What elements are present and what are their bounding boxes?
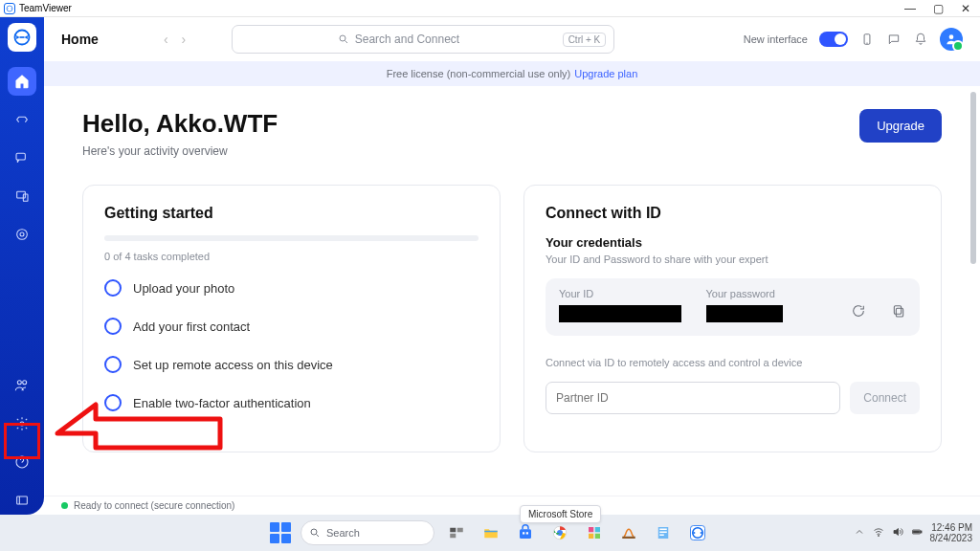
upgrade-button[interactable]: Upgrade xyxy=(859,109,942,143)
device-icon[interactable] xyxy=(859,32,875,47)
nav-back-button[interactable]: ‹ xyxy=(164,32,168,47)
svg-rect-3 xyxy=(16,153,25,160)
credentials-desc: Your ID and Password to share with your … xyxy=(546,253,920,265)
your-password-label: Your password xyxy=(706,288,842,299)
svg-rect-17 xyxy=(894,306,901,315)
connect-card: Connect with ID Your credentials Your ID… xyxy=(523,185,942,452)
sidebar-item-settings[interactable] xyxy=(8,409,36,438)
search-input[interactable]: Search and Connect Ctrl + K xyxy=(232,25,614,54)
search-shortcut-badge: Ctrl + K xyxy=(563,33,607,47)
microsoft-store-tooltip: Microsoft Store xyxy=(520,505,601,523)
license-text: Free license (non-commercial use only) xyxy=(387,68,571,79)
svg-point-6 xyxy=(17,230,28,240)
tray-wifi-icon[interactable] xyxy=(873,526,884,540)
svg-rect-2 xyxy=(20,36,25,38)
taskbar-search[interactable]: Search xyxy=(301,520,434,545)
task-checkbox-icon xyxy=(104,318,122,335)
task-label: Upload your photo xyxy=(133,281,234,296)
copy-icon[interactable] xyxy=(891,303,906,322)
svg-point-39 xyxy=(878,536,879,537)
taskbar-clock[interactable]: 12:46 PM 8/24/2023 xyxy=(930,522,973,543)
task-add-contact[interactable]: Add your first contact xyxy=(104,318,479,335)
progress-bar xyxy=(104,235,479,241)
new-interface-toggle[interactable] xyxy=(819,32,848,47)
svg-rect-24 xyxy=(523,532,524,534)
taskbar-app2-icon[interactable] xyxy=(616,520,641,545)
svg-point-10 xyxy=(20,422,24,426)
svg-rect-28 xyxy=(589,527,593,532)
sidebar-item-meeting[interactable] xyxy=(8,220,36,249)
window-minimize-button[interactable]: — xyxy=(904,2,916,15)
window-maximize-button[interactable]: ▢ xyxy=(933,2,944,15)
tray-chevron-icon[interactable] xyxy=(854,526,865,540)
teamviewer-mini-logo-icon xyxy=(4,3,15,14)
window-close-button[interactable]: ✕ xyxy=(961,2,970,15)
connect-desc: Connect via ID to remotely access and co… xyxy=(546,357,920,368)
status-dot-icon xyxy=(61,502,68,509)
task-checkbox-icon xyxy=(104,279,122,297)
svg-rect-16 xyxy=(896,308,902,317)
credentials-box: Your ID Your password xyxy=(546,278,920,336)
sidebar-item-chat[interactable] xyxy=(8,143,36,172)
task-remote-access[interactable]: Set up remote access on this device xyxy=(104,356,479,373)
tray-volume-icon[interactable] xyxy=(892,526,903,540)
status-bar: Ready to connect (secure connection) xyxy=(44,496,980,515)
window-titlebar: TeamViewer — ▢ ✕ xyxy=(0,0,980,17)
taskbar-chrome-icon[interactable] xyxy=(547,520,572,545)
tray-battery-icon[interactable] xyxy=(911,526,923,540)
svg-rect-32 xyxy=(622,537,635,539)
svg-point-9 xyxy=(23,381,27,385)
taskbar-teamviewer-icon[interactable] xyxy=(685,520,710,545)
svg-point-13 xyxy=(340,35,345,41)
teamviewer-logo-icon[interactable] xyxy=(8,23,36,52)
svg-rect-22 xyxy=(484,531,498,533)
sidebar-item-devices[interactable] xyxy=(8,182,36,210)
clock-time: 12:46 PM xyxy=(930,522,973,533)
sidebar-item-remote[interactable] xyxy=(8,105,36,134)
getting-started-title: Getting started xyxy=(104,205,479,222)
sidebar-item-help[interactable] xyxy=(8,448,36,476)
new-interface-label: New interface xyxy=(744,33,808,45)
top-header: Home ‹ › Search and Connect Ctrl + K New… xyxy=(44,17,980,61)
svg-rect-20 xyxy=(457,528,463,533)
scrollbar[interactable] xyxy=(970,92,976,264)
status-text: Ready to connect (secure connection) xyxy=(74,500,234,511)
taskbar-app3-icon[interactable] xyxy=(651,520,676,545)
message-icon[interactable] xyxy=(886,32,902,47)
sidebar-item-home[interactable] xyxy=(8,67,36,96)
user-avatar[interactable] xyxy=(940,28,963,51)
taskbar-app1-icon[interactable] xyxy=(582,520,607,545)
upgrade-plan-link[interactable]: Upgrade plan xyxy=(574,68,637,79)
windows-taskbar: Search 12:46 PM 8/24/2023 xyxy=(0,515,980,551)
task-checkbox-icon xyxy=(104,394,122,411)
svg-rect-42 xyxy=(913,531,919,533)
svg-rect-29 xyxy=(595,527,600,532)
system-tray[interactable]: 12:46 PM 8/24/2023 xyxy=(854,522,973,543)
sidebar-item-more[interactable] xyxy=(8,486,36,515)
task-two-factor[interactable]: Enable two-factor authentication xyxy=(104,394,479,411)
partner-id-input[interactable] xyxy=(546,382,840,414)
main-area: Home ‹ › Search and Connect Ctrl + K New… xyxy=(44,17,980,515)
your-id-label: Your ID xyxy=(559,288,695,299)
license-banner: Free license (non-commercial use only) U… xyxy=(44,61,980,86)
task-upload-photo[interactable]: Upload your photo xyxy=(104,279,479,297)
taskbar-store-icon[interactable] xyxy=(513,520,538,545)
taskbar-explorer-icon[interactable] xyxy=(479,520,503,545)
taskbar-taskview-icon[interactable] xyxy=(444,520,469,545)
bell-icon[interactable] xyxy=(913,32,928,47)
task-checkbox-icon xyxy=(104,356,122,373)
svg-rect-34 xyxy=(659,529,667,531)
start-button[interactable] xyxy=(270,522,291,543)
refresh-icon[interactable] xyxy=(851,303,866,322)
window-title: TeamViewer xyxy=(19,3,72,13)
sidebar-item-admin[interactable] xyxy=(8,371,36,400)
connect-button[interactable]: Connect xyxy=(850,382,920,414)
svg-rect-19 xyxy=(450,528,456,533)
svg-rect-25 xyxy=(526,532,528,534)
clock-date: 8/24/2023 xyxy=(930,533,973,543)
svg-point-7 xyxy=(20,232,24,236)
task-label: Add your first contact xyxy=(133,320,250,334)
greeting-heading: Hello, Akko.WTF xyxy=(82,109,278,139)
nav-forward-button[interactable]: › xyxy=(182,32,187,47)
search-icon xyxy=(309,527,321,539)
